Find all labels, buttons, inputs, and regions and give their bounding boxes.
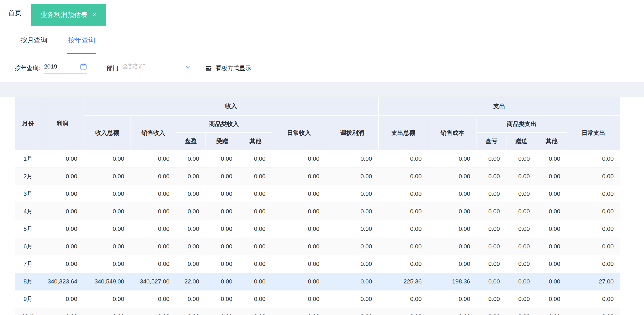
value-cell: 0.00 xyxy=(131,220,176,238)
table-row[interactable]: 10月0.000.000.000.000.000.000.000.000.000… xyxy=(15,308,620,315)
col-group-expense: 支出 xyxy=(379,97,620,116)
value-cell: 0.00 xyxy=(379,308,428,315)
value-cell: 0.00 xyxy=(131,203,176,220)
value-cell: 0.00 xyxy=(536,255,567,273)
value-cell: 0.00 xyxy=(477,203,506,220)
value-cell: 0.00 xyxy=(326,308,379,315)
month-cell: 1月 xyxy=(15,150,41,168)
table-row[interactable]: 9月0.000.000.000.000.000.000.000.000.000.… xyxy=(15,290,620,308)
value-cell: 0.00 xyxy=(379,238,428,255)
value-cell: 0.00 xyxy=(326,220,379,238)
value-cell: 0.00 xyxy=(176,150,206,168)
value-cell: 0.00 xyxy=(536,290,567,308)
table-row[interactable]: 4月0.000.000.000.000.000.000.000.000.000.… xyxy=(15,203,620,220)
value-cell: 0.00 xyxy=(428,290,477,308)
value-cell: 0.00 xyxy=(206,168,239,185)
col-group-income: 收入 xyxy=(84,97,379,116)
col-header-daily-income: 日常收入 xyxy=(272,116,326,150)
value-cell: 0.00 xyxy=(536,185,567,203)
table-header: 月份 利润 收入 支出 收入总额 销售收入 商品类收入 日常收入 调拨利润 支出… xyxy=(15,97,620,150)
table-row[interactable]: 1月0.000.000.000.000.000.000.000.000.000.… xyxy=(15,150,620,168)
value-cell: 0.00 xyxy=(239,290,272,308)
value-cell: 198.36 xyxy=(428,273,477,290)
value-cell: 27.00 xyxy=(567,273,620,290)
value-cell: 0.00 xyxy=(536,273,567,290)
table-row[interactable]: 5月0.000.000.000.000.000.000.000.000.000.… xyxy=(15,220,620,238)
close-icon[interactable]: × xyxy=(93,12,96,18)
col-header-inventory-loss: 盘亏 xyxy=(477,133,506,150)
value-cell: 0.00 xyxy=(206,255,239,273)
value-cell: 225.36 xyxy=(379,273,428,290)
table-row[interactable]: 3月0.000.000.000.000.000.000.000.000.000.… xyxy=(15,185,620,203)
value-cell: 0.00 xyxy=(239,255,272,273)
value-cell: 0.00 xyxy=(272,238,326,255)
col-header-sales-cost: 销售成本 xyxy=(428,116,477,150)
value-cell: 0.00 xyxy=(379,203,428,220)
value-cell: 0.00 xyxy=(477,168,506,185)
col-header-profit: 利润 xyxy=(41,97,84,150)
value-cell: 0.00 xyxy=(567,290,620,308)
table-row[interactable]: 7月0.000.000.000.000.000.000.000.000.000.… xyxy=(15,255,620,273)
value-cell: 0.00 xyxy=(84,203,131,220)
tab-yearly-query[interactable]: 按年查询 xyxy=(68,26,95,54)
year-input[interactable]: 2019 xyxy=(44,63,87,74)
value-cell: 0.00 xyxy=(567,185,620,203)
value-cell: 0.00 xyxy=(326,185,379,203)
tab-monthly-query[interactable]: 按月查询 xyxy=(20,26,47,54)
tab-home[interactable]: 首页 xyxy=(8,8,22,17)
table-row[interactable]: 8月340,323.64340,549.00340,527.0022.000.0… xyxy=(15,273,620,290)
table-body: 1月0.000.000.000.000.000.000.000.000.000.… xyxy=(15,150,620,315)
value-cell: 0.00 xyxy=(272,255,326,273)
table-row[interactable]: 2月0.000.000.000.000.000.000.000.000.000.… xyxy=(15,168,620,185)
value-cell: 0.00 xyxy=(379,185,428,203)
value-cell: 0.00 xyxy=(428,220,477,238)
value-cell: 0.00 xyxy=(379,255,428,273)
col-header-other-income: 其他 xyxy=(239,133,272,150)
value-cell: 0.00 xyxy=(477,273,506,290)
view-tabs: 按月查询 按年查询 xyxy=(0,26,644,54)
value-cell: 0.00 xyxy=(379,290,428,308)
value-cell: 0.00 xyxy=(84,290,131,308)
board-display-toggle[interactable]: 看板方式显示 xyxy=(205,64,251,72)
calendar-icon[interactable] xyxy=(80,63,87,70)
value-cell: 0.00 xyxy=(131,168,176,185)
value-cell: 0.00 xyxy=(506,238,536,255)
value-cell: 0.00 xyxy=(326,255,379,273)
value-cell: 0.00 xyxy=(206,185,239,203)
value-cell: 0.00 xyxy=(41,168,84,185)
value-cell: 0.00 xyxy=(206,238,239,255)
value-cell: 0.00 xyxy=(506,273,536,290)
value-cell: 0.00 xyxy=(506,308,536,315)
value-cell: 0.00 xyxy=(131,308,176,315)
value-cell: 0.00 xyxy=(176,168,206,185)
value-cell: 0.00 xyxy=(176,238,206,255)
year-query-label: 按年查询: xyxy=(15,64,40,72)
month-cell: 5月 xyxy=(15,220,41,238)
value-cell: 0.00 xyxy=(272,150,326,168)
department-select[interactable]: 全部部门 xyxy=(122,63,192,74)
value-cell: 0.00 xyxy=(326,168,379,185)
value-cell: 0.00 xyxy=(84,185,131,203)
value-cell: 0.00 xyxy=(84,238,131,255)
value-cell: 0.00 xyxy=(326,290,379,308)
tab-business-profit-estimate[interactable]: 业务利润预估表 × xyxy=(31,4,106,26)
col-header-transfer-profit: 调拨利润 xyxy=(326,116,379,150)
table-row[interactable]: 6月0.000.000.000.000.000.000.000.000.000.… xyxy=(15,238,620,255)
app-window: 首页 业务利润预估表 × 按月查询 按年查询 按年查询: 2019 部门 xyxy=(0,0,644,315)
month-cell: 9月 xyxy=(15,290,41,308)
value-cell: 0.00 xyxy=(272,168,326,185)
department-selected-value: 全部部门 xyxy=(122,63,185,71)
value-cell: 0.00 xyxy=(84,220,131,238)
month-cell: 2月 xyxy=(15,168,41,185)
value-cell: 0.00 xyxy=(428,185,477,203)
value-cell: 0.00 xyxy=(176,185,206,203)
value-cell: 0.00 xyxy=(567,150,620,168)
value-cell: 0.00 xyxy=(41,290,84,308)
value-cell: 0.00 xyxy=(326,150,379,168)
value-cell: 0.00 xyxy=(536,220,567,238)
value-cell: 0.00 xyxy=(506,185,536,203)
month-cell: 3月 xyxy=(15,185,41,203)
value-cell: 0.00 xyxy=(239,185,272,203)
value-cell: 0.00 xyxy=(131,290,176,308)
value-cell: 0.00 xyxy=(506,290,536,308)
